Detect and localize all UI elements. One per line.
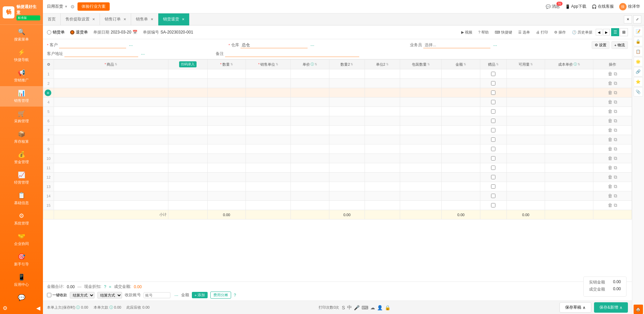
gift-checkbox-6[interactable] [491, 119, 495, 123]
trial-button[interactable]: 体验行业方案 [77, 2, 110, 11]
tab-销货退货[interactable]: 销货退货✕ [158, 13, 190, 25]
operation-btn[interactable]: ⚙ 操作 [552, 29, 568, 36]
copy-row-icon-5[interactable]: ⧉ [614, 109, 617, 114]
cloud-icon[interactable]: ☁ [370, 305, 375, 310]
tab-销售订单[interactable]: 销售订单✕ [100, 13, 131, 25]
copy-row-icon-1[interactable]: ⧉ [614, 71, 617, 76]
customer-input[interactable] [59, 42, 126, 48]
delete-row-icon-5[interactable]: 🗑 [608, 109, 612, 114]
sort-amount-icon[interactable]: ⇅ [464, 63, 466, 66]
settlement-select[interactable]: 结算方式 [70, 292, 95, 299]
user-info[interactable]: 徐 徐泽华 [619, 3, 640, 10]
right-panel-btn-6[interactable]: 📎 [634, 87, 643, 97]
delete-row-icon-12[interactable]: 🗑 [608, 174, 612, 180]
sidebar-item-purchase[interactable]: 🛒采购管理 [0, 107, 43, 127]
gift-checkbox-13[interactable] [491, 184, 495, 189]
security-icon[interactable]: 🔒 [385, 305, 390, 310]
address-dots-icon[interactable]: ··· [141, 51, 145, 57]
sort-pack-icon[interactable]: ⇅ [427, 63, 430, 66]
gift-checkbox-11[interactable] [491, 166, 495, 170]
gift-checkbox-5[interactable] [491, 109, 495, 114]
copy-row-icon-6[interactable]: ⧉ [614, 118, 617, 123]
account-dots-icon[interactable]: ··· [174, 293, 178, 298]
copy-row-icon-2[interactable]: ⧉ [614, 80, 617, 86]
sort-avail-icon[interactable]: ⇅ [530, 63, 533, 66]
delete-row-icon-13[interactable]: 🗑 [608, 184, 612, 189]
copy-row-icon-8[interactable]: ⧉ [614, 137, 617, 142]
one-click-pay-label[interactable]: 一键收款 [47, 293, 67, 298]
right-panel-btn-1[interactable]: 🔒 [634, 37, 643, 46]
calc-method-select[interactable]: 结算方式 [97, 292, 122, 299]
sougou-icon[interactable]: S [342, 305, 345, 310]
fenpai-button[interactable]: 费用分摊 [210, 292, 231, 299]
remark-input[interactable] [225, 51, 359, 57]
gift-checkbox-2[interactable] [491, 81, 495, 85]
save-new-button[interactable]: 保存&新增 ∧ [594, 302, 628, 313]
copy-row-icon-14[interactable]: ⧉ [614, 193, 617, 198]
sidebar-item-enterprise[interactable]: 🤝企业协同 [0, 229, 43, 250]
warehouse-dots-icon[interactable]: ··· [310, 43, 314, 48]
help-btn[interactable]: ? 帮助 [476, 29, 491, 36]
settings-button[interactable]: ⚙ 设置 [592, 41, 609, 49]
sidebar-item-wechat[interactable]: 💬企业微信 [0, 291, 43, 302]
sidebar-item-inventory[interactable]: 📦库存核算 [0, 127, 43, 147]
gift-checkbox-7[interactable] [491, 128, 495, 132]
gift-checkbox-9[interactable] [491, 147, 495, 151]
calendar-icon[interactable]: 📅 [132, 30, 138, 35]
fenpai-help-icon[interactable]: ? [234, 293, 236, 298]
delete-row-icon-4[interactable]: 🗑 [608, 99, 612, 105]
copy-row-icon-11[interactable]: ⧉ [614, 165, 617, 170]
delete-row-icon-2[interactable]: 🗑 [608, 80, 612, 86]
sort-product-icon[interactable]: ⇅ [115, 63, 117, 66]
copy-row-icon-13[interactable]: ⧉ [614, 184, 617, 189]
gift-checkbox-15[interactable] [491, 203, 495, 207]
close-tab-icon[interactable]: ✕ [92, 17, 95, 21]
logistics-button[interactable]: + 物流 [611, 41, 628, 49]
sort-unit2-icon[interactable]: ⇅ [386, 63, 389, 66]
close-tab-icon[interactable]: ✕ [151, 17, 153, 21]
return-order-radio[interactable]: 退货单 [70, 29, 88, 35]
sidebar-item-search[interactable]: 🔍搜索菜单 [0, 25, 43, 45]
sidebar-item-operation[interactable]: 📈经营管理 [0, 168, 43, 188]
list-view-btn[interactable]: ☰ [611, 28, 619, 36]
delete-row-icon-6[interactable]: 🗑 [608, 118, 612, 123]
customer-dots-icon[interactable]: ··· [129, 43, 133, 48]
gift-checkbox-1[interactable] [491, 72, 495, 76]
history-btn[interactable]: 🕐 历史单据 [570, 29, 594, 36]
copy-row-icon-10[interactable]: ⧉ [614, 155, 617, 161]
sidebar-item-app-center[interactable]: 📱应用中心 [0, 270, 43, 291]
delete-row-icon-10[interactable]: 🗑 [608, 155, 612, 161]
copy-row-icon-9[interactable]: ⧉ [614, 146, 617, 151]
video-btn[interactable]: ▶ 视频 [459, 29, 474, 36]
sidebar-item-system[interactable]: ⚙系统管理 [0, 209, 43, 229]
gift-checkbox-14[interactable] [491, 194, 495, 198]
delete-row-icon-1[interactable]: 🗑 [608, 71, 612, 76]
prev-btn[interactable]: ◀ [596, 29, 602, 36]
right-panel-btn-2[interactable]: 📋 [634, 47, 643, 56]
sort-qty2-icon[interactable]: ⇅ [351, 63, 353, 66]
shortcut-btn[interactable]: ⌨ 快捷键 [493, 29, 514, 36]
add-button[interactable]: + 添加 [192, 292, 208, 298]
grid-view-btn[interactable]: ⊞ [620, 28, 628, 36]
notification-item[interactable]: 💬 消息 70 [546, 4, 560, 9]
right-panel-btn-3[interactable]: 🌟 [634, 57, 643, 66]
delete-row-icon-7[interactable]: 🗑 [608, 127, 612, 133]
warehouse-input[interactable] [240, 42, 308, 48]
delete-row-icon-15[interactable]: 🗑 [608, 202, 612, 208]
right-panel-btn-5[interactable]: ⭐ [634, 77, 643, 86]
delete-row-icon-3[interactable]: 🗑 [608, 90, 612, 95]
sort-gift-icon[interactable]: ⇅ [496, 63, 499, 66]
right-panel-active-btn[interactable]: 🏠 [634, 305, 643, 314]
staff-input[interactable] [423, 42, 490, 48]
person-icon[interactable]: 👤 [377, 305, 383, 310]
sidebar-item-quick-nav[interactable]: ⚡快捷导航 [0, 45, 43, 66]
staff-dots-icon[interactable]: ··· [493, 43, 497, 48]
expand-tab-btn[interactable]: ⤢ [633, 15, 641, 23]
sort-qty-icon[interactable]: ⇅ [230, 63, 233, 66]
keyboard-tool-icon[interactable]: ⌨ [362, 305, 368, 310]
gift-checkbox-4[interactable] [491, 100, 495, 104]
product-input-3[interactable] [55, 90, 167, 95]
select-btn[interactable]: ☰ 选单 [516, 29, 532, 36]
sidebar-item-guide[interactable]: 🎯新手引导 [0, 250, 43, 270]
delete-row-icon-11[interactable]: 🗑 [608, 165, 612, 170]
